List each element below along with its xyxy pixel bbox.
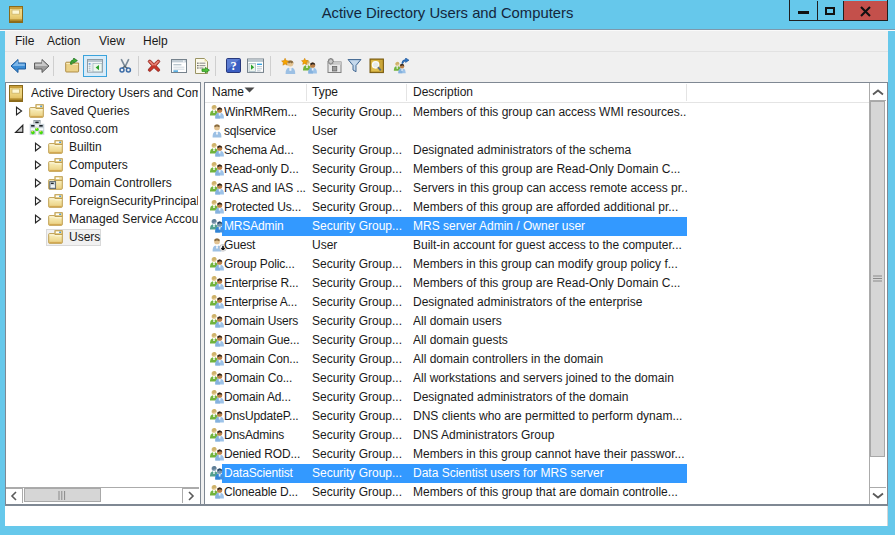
svg-text:?: ? <box>230 59 236 73</box>
